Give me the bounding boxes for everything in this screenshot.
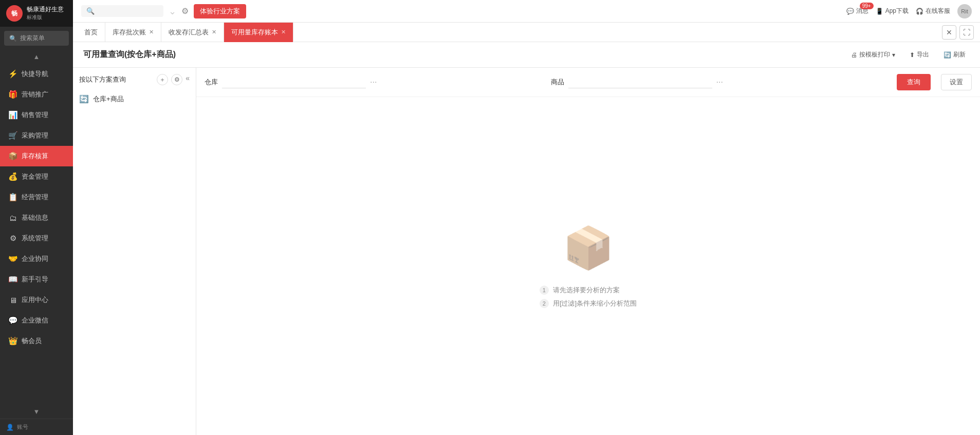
topbar-search-box[interactable]: 🔍 <box>81 5 163 17</box>
query-button[interactable]: 查询 <box>897 74 931 90</box>
headset-icon: 🎧 <box>916 8 923 15</box>
sidebar-scroll-down[interactable]: ▼ <box>0 405 73 419</box>
warehouse-more-icon[interactable]: ··· <box>370 78 377 87</box>
filter-item-label: 仓库+商品 <box>93 94 124 104</box>
product-field: 商品 ··· <box>551 76 887 88</box>
empty-tips: 1 请先选择要分析的方案 2 用[过滤]条件来缩小分析范围 <box>540 286 637 308</box>
filter-collapse-button[interactable]: « <box>186 74 190 85</box>
enterprise-icon: 🤝 <box>8 254 17 263</box>
page-title: 可用量查询(按仓库+商品) <box>83 49 176 60</box>
tab-available-close[interactable]: ✕ <box>281 29 286 35</box>
topbar-gear-icon[interactable]: ⚙ <box>181 6 189 16</box>
empty-tip-1: 1 请先选择要分析的方案 <box>540 286 637 295</box>
refresh-label: 刷新 <box>953 50 966 59</box>
sidebar-scroll-up[interactable]: ▲ <box>0 50 73 64</box>
tip-num-1: 1 <box>540 286 549 295</box>
marketing-icon: 🎁 <box>8 90 17 99</box>
tabs-end: ✕ ⛶ <box>942 25 976 40</box>
apps-icon: 🖥 <box>8 296 17 305</box>
tab-batch-close[interactable]: ✕ <box>149 29 154 35</box>
sidebar-item-label: 系统管理 <box>22 234 48 243</box>
sidebar-item-sales[interactable]: 📊 销售管理 <box>0 105 73 125</box>
sidebar-item-apps[interactable]: 🖥 应用中心 <box>0 290 73 310</box>
export-button[interactable]: ⬆ 导出 <box>905 48 933 61</box>
print-template-button[interactable]: 🖨 按模板打印 ▾ <box>847 48 899 61</box>
phone-icon: 📱 <box>876 8 883 15</box>
basics-icon: 🗂 <box>8 214 17 222</box>
empty-illustration: 📦 <box>563 224 614 275</box>
sidebar-header: 畅 畅康通好生意 标准版 <box>0 0 73 27</box>
search-icon: 🔍 <box>9 35 17 42</box>
topbar-message[interactable]: 💬 消息 99+ <box>846 7 868 15</box>
filter-add-button[interactable]: ＋ <box>157 74 168 85</box>
sidebar-item-operations[interactable]: 📋 经营管理 <box>0 187 73 207</box>
tab-available[interactable]: 可用量库存账本 ✕ <box>224 23 293 42</box>
refresh-icon: 🔄 <box>944 51 951 59</box>
sidebar-item-label: 企业微信 <box>22 316 48 325</box>
filter-item-icon: 🔄 <box>79 94 89 104</box>
sidebar-item-purchase[interactable]: 🛒 采购管理 <box>0 125 73 146</box>
avatar-text: Rit <box>961 8 968 14</box>
member-icon: 👑 <box>8 336 17 346</box>
warehouse-input[interactable] <box>222 76 366 88</box>
topbar-dropdown-icon[interactable]: ⌄ <box>169 6 176 17</box>
filter-settings-button[interactable]: ⚙ <box>171 74 182 85</box>
sidebar-item-marketing[interactable]: 🎁 营销推广 <box>0 84 73 105</box>
product-input[interactable] <box>568 76 712 88</box>
topbar-right: 💬 消息 99+ 📱 App下载 🎧 在线客服 Rit <box>846 4 972 18</box>
sidebar-item-label: 企业协同 <box>22 254 48 263</box>
tab-close-all-button[interactable]: ✕ <box>942 25 956 40</box>
message-badge: 99+ <box>860 3 874 9</box>
tab-summary[interactable]: 收发存汇总表 ✕ <box>161 23 224 42</box>
sales-icon: 📊 <box>8 110 17 120</box>
sidebar-item-label: 新手引导 <box>22 275 48 284</box>
empty-state: 📦 1 请先选择要分析的方案 2 用[过滤]条件来缩小分析范围 <box>196 97 980 435</box>
export-icon: ⬆ <box>910 51 915 59</box>
query-row: 仓库 ··· 商品 ··· 查询 设置 <box>196 68 980 97</box>
sidebar-item-newbie[interactable]: 📖 新手引导 <box>0 269 73 290</box>
tab-home-label: 首页 <box>84 28 98 37</box>
tip-text-1: 请先选择要分析的方案 <box>553 286 620 295</box>
topbar-app-download[interactable]: 📱 App下载 <box>876 7 909 15</box>
tab-summary-close[interactable]: ✕ <box>212 29 216 35</box>
query-settings-button[interactable]: 设置 <box>941 74 972 90</box>
industry-solution-button[interactable]: 体验行业方案 <box>194 4 246 18</box>
tab-home[interactable]: 首页 <box>77 23 105 42</box>
warehouse-label: 仓库 <box>205 78 218 87</box>
sidebar-item-inventory[interactable]: 📦 库存核算 <box>0 146 73 166</box>
sidebar-item-finance[interactable]: 💰 资金管理 <box>0 166 73 187</box>
system-icon: ⚙ <box>8 234 17 243</box>
sidebar-item-label: 快捷导航 <box>22 69 48 79</box>
page-actions: 🖨 按模板打印 ▾ ⬆ 导出 🔄 刷新 <box>847 48 970 61</box>
sidebar-item-shortcut[interactable]: ⚡ 快捷导航 <box>0 64 73 84</box>
user-icon: 👤 <box>6 424 14 431</box>
filter-item-warehouse-product[interactable]: 🔄 仓库+商品 <box>73 90 196 108</box>
finance-icon: 💰 <box>8 172 17 181</box>
refresh-button[interactable]: 🔄 刷新 <box>939 48 970 61</box>
tab-expand-button[interactable]: ⛶ <box>959 25 974 40</box>
topbar-online-service[interactable]: 🎧 在线客服 <box>916 7 950 15</box>
inventory-icon: 📦 <box>8 152 17 161</box>
sidebar-footer-label: 账号 <box>17 423 28 431</box>
print-label: 按模板打印 <box>859 50 890 59</box>
sidebar-item-wechat[interactable]: 💬 企业微信 <box>0 310 73 331</box>
shortcut-icon: ⚡ <box>8 69 17 79</box>
tab-batch[interactable]: 库存批次账 ✕ <box>105 23 161 42</box>
topbar-search-input[interactable] <box>98 8 149 15</box>
sidebar-item-label: 采购管理 <box>22 131 48 140</box>
product-more-icon[interactable]: ··· <box>716 78 723 87</box>
sidebar-item-system[interactable]: ⚙ 系统管理 <box>0 228 73 249</box>
topbar-search-icon: 🔍 <box>86 7 95 15</box>
sidebar-logo: 畅 <box>6 5 23 22</box>
sidebar-item-basics[interactable]: 🗂 基础信息 <box>0 207 73 228</box>
sidebar-item-member[interactable]: 👑 畅会员 <box>0 331 73 351</box>
message-icon: 💬 <box>846 8 854 15</box>
user-avatar[interactable]: Rit <box>957 4 972 18</box>
sidebar-item-label: 应用中心 <box>22 295 48 305</box>
sidebar-search[interactable]: 🔍 搜索菜单 <box>4 31 69 46</box>
sidebar-footer[interactable]: 👤 账号 <box>0 419 73 435</box>
tab-available-label: 可用量库存账本 <box>231 28 278 37</box>
filter-actions: ＋ ⚙ « <box>157 74 190 85</box>
filter-title: 按以下方案查询 <box>79 75 126 84</box>
sidebar-item-enterprise[interactable]: 🤝 企业协同 <box>0 249 73 269</box>
